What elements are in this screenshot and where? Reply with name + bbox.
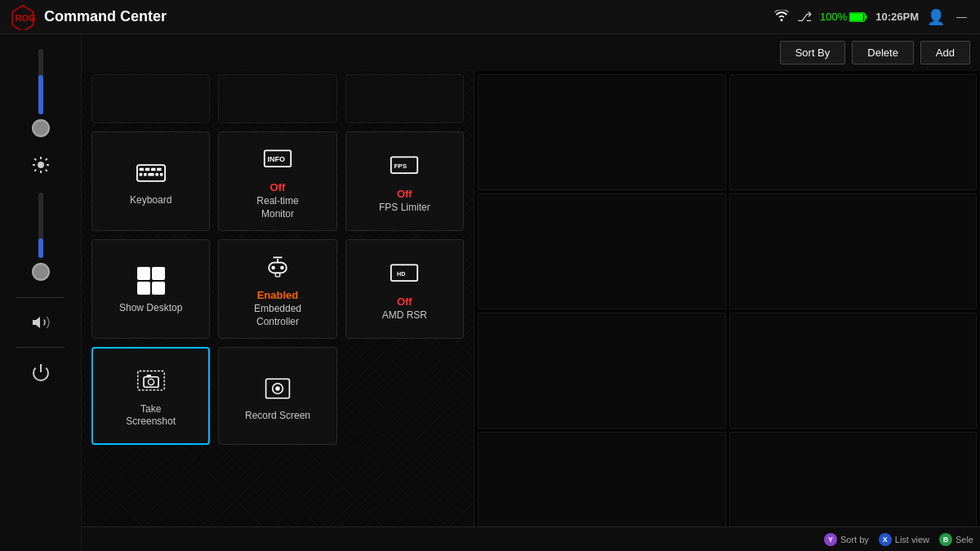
time-display: 10:26PM: [875, 11, 919, 23]
svg-text:ROG: ROG: [15, 12, 36, 22]
amd-rsr-status: Off: [397, 295, 412, 308]
delete-button[interactable]: Delete: [852, 41, 914, 64]
fps-limiter-status: Off: [397, 188, 412, 200]
svg-text:INFO: INFO: [267, 155, 285, 163]
preview-cell-6: [729, 313, 978, 429]
svg-rect-43: [144, 376, 158, 387]
wifi-icon: [774, 10, 789, 24]
svg-marker-14: [33, 317, 40, 328]
embedded-controller-label: EmbeddedController: [254, 303, 301, 328]
show-desktop-label: Show Desktop: [119, 302, 182, 315]
tile-record-screen[interactable]: Record Screen: [218, 347, 336, 445]
svg-rect-39: [275, 273, 279, 277]
tile-amd-rsr[interactable]: HD Off AMD RSR: [345, 239, 464, 339]
realtime-monitor-status: Off: [270, 181, 286, 193]
controller-icon: [263, 253, 292, 282]
titlebar: ROG Command Center ⎇ 100% 10:26PM 👤 —: [0, 0, 980, 34]
take-screenshot-label: TakeScreenshot: [126, 403, 176, 429]
preview-panel: [474, 71, 980, 551]
svg-rect-45: [146, 375, 150, 377]
svg-line-11: [45, 170, 47, 171]
screenshot-icon: [136, 367, 166, 397]
tile-show-desktop[interactable]: Show Desktop: [91, 239, 210, 339]
sort-by-button[interactable]: Sort By: [780, 41, 846, 64]
svg-rect-4: [866, 15, 867, 19]
sort-icon-circle: Y: [824, 533, 837, 546]
sort-by-bottom-button[interactable]: Y Sort by: [824, 533, 869, 546]
brightness-slider-container: [32, 186, 50, 287]
volume-fill: [38, 75, 43, 114]
tiles-grid-area: Keyboard INFO Off Real-timeMonitor: [82, 71, 474, 551]
list-icon-circle: X: [879, 533, 892, 546]
svg-point-5: [38, 162, 44, 168]
volume-track[interactable]: [38, 49, 43, 114]
svg-rect-33: [152, 282, 165, 295]
svg-rect-30: [137, 267, 150, 280]
content-area: Sort By Delete Add: [82, 34, 980, 551]
svg-rect-24: [155, 173, 158, 176]
placeholder-row: [91, 74, 464, 123]
placeholder-tile-3[interactable]: [345, 74, 464, 123]
sidebar-divider-1: [16, 297, 65, 298]
tile-take-screenshot[interactable]: TakeScreenshot: [91, 347, 210, 445]
svg-rect-22: [144, 173, 147, 176]
add-button[interactable]: Add: [920, 41, 970, 64]
select-icon-circle: B: [939, 533, 952, 546]
placeholder-tile-2[interactable]: [218, 74, 336, 123]
preview-cell-1: [478, 74, 726, 190]
sidebar-divider-2: [16, 347, 65, 348]
main-tiles-grid: Keyboard INFO Off Real-timeMonitor: [91, 131, 464, 445]
svg-line-12: [45, 158, 47, 160]
brightness-track[interactable]: [38, 193, 43, 258]
preview-cell-5: [478, 313, 726, 429]
brightness-fill: [38, 238, 43, 258]
placeholder-tile-1[interactable]: [91, 74, 210, 123]
record-screen-label: Record Screen: [245, 410, 310, 423]
bluetooth-icon: ⎇: [797, 9, 812, 24]
bottom-bar: Y Sort by X List view B Sele: [82, 527, 980, 551]
list-view-button[interactable]: X List view: [879, 533, 929, 546]
svg-rect-32: [137, 282, 150, 295]
svg-point-44: [148, 379, 154, 384]
brightness-thumb[interactable]: [32, 263, 50, 281]
tile-keyboard[interactable]: Keyboard: [91, 131, 210, 231]
audio-icon[interactable]: [26, 308, 56, 337]
volume-thumb[interactable]: [32, 119, 50, 137]
volume-slider-container: [32, 42, 50, 144]
preview-cell-3: [478, 193, 726, 309]
battery-display: 100%: [820, 11, 867, 23]
select-button[interactable]: B Sele: [939, 533, 973, 546]
power-icon[interactable]: [26, 358, 56, 387]
realtime-monitor-label: Real-timeMonitor: [256, 195, 298, 220]
status-bar: ⎇ 100% 10:26PM 👤 —: [774, 8, 970, 26]
svg-point-36: [280, 266, 284, 270]
svg-rect-23: [148, 173, 154, 176]
minimize-button[interactable]: —: [953, 11, 970, 23]
app-title: Command Center: [44, 8, 774, 25]
svg-rect-21: [139, 173, 142, 176]
brightness-icon[interactable]: [26, 150, 56, 180]
svg-line-10: [34, 158, 36, 160]
svg-text:HD: HD: [397, 270, 405, 278]
svg-rect-20: [157, 168, 161, 171]
embedded-controller-status: Enabled: [257, 289, 299, 301]
tile-fps-limiter[interactable]: FPS Off FPS Limiter: [345, 131, 464, 231]
fps-icon: FPS: [390, 152, 419, 181]
svg-rect-25: [159, 173, 163, 176]
preview-cell-2: [729, 74, 978, 190]
tiles-container: Keyboard INFO Off Real-timeMonitor: [82, 71, 980, 551]
tile-embedded-controller[interactable]: Enabled EmbeddedController: [218, 239, 336, 339]
svg-point-48: [275, 386, 279, 390]
tile-realtime-monitor[interactable]: INFO Off Real-timeMonitor: [218, 131, 336, 231]
amd-rsr-label: AMD RSR: [382, 309, 427, 322]
sidebar: [0, 34, 82, 551]
show-desktop-icon: [136, 266, 166, 295]
svg-point-35: [271, 266, 275, 270]
main-layout: Sort By Delete Add: [0, 34, 980, 551]
amd-rsr-icon: HD: [390, 260, 419, 289]
svg-rect-18: [145, 168, 149, 171]
svg-rect-17: [139, 168, 143, 171]
svg-rect-19: [151, 168, 155, 171]
actions-bar: Sort By Delete Add: [82, 34, 980, 71]
record-screen-icon: [263, 374, 292, 403]
